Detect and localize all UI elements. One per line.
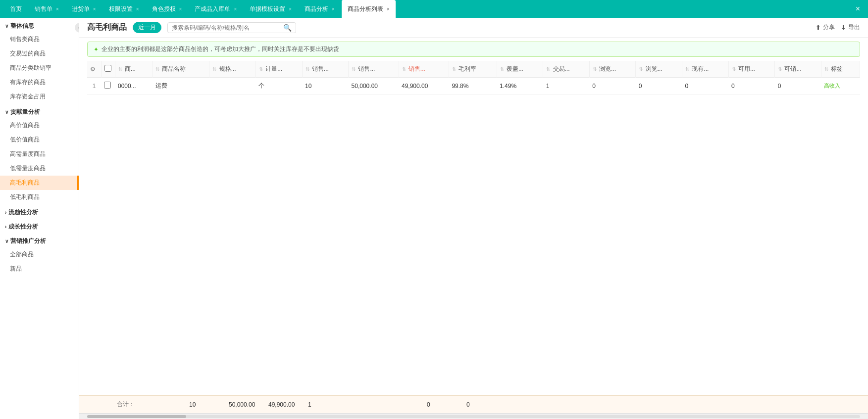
sidebar-item-traded-goods[interactable]: 交易过的商品 [0,47,79,61]
sort-saleable-icon: ⇅ [778,66,782,72]
close-sales-tab[interactable]: × [56,6,59,12]
sidebar-item-low-margin[interactable]: 低毛利商品 [0,190,79,204]
share-icon: ⬆ [816,24,821,31]
footer-label: 合计： [87,400,186,409]
sort-browseb-icon: ⇅ [639,66,643,72]
sidebar-item-high-margin[interactable]: 高毛利商品 [0,176,79,190]
sort-saleamt-icon: ⇅ [352,66,356,72]
col-coverage[interactable]: ⇅ 覆盖... [497,61,543,78]
nav-tab-purchase[interactable]: 进货单 × [66,0,102,18]
export-button[interactable]: ⬇ 导出 [841,23,860,32]
sidebar-item-low-demand[interactable]: 低需量度商品 [0,161,79,176]
sort-grossrate-icon: ⇅ [452,66,456,72]
close-all-tabs[interactable]: × [852,4,864,13]
sort-tradecount-icon: ⇅ [546,66,550,72]
sidebar-item-all-goods[interactable]: 全部商品 [0,247,79,262]
select-all-checkbox[interactable] [104,65,111,72]
sidebar-item-stocked-goods[interactable]: 有库存的商品 [0,75,79,90]
nav-tab-sales[interactable]: 销售单 × [29,0,65,18]
col-browse-a[interactable]: ⇅ 浏览... [589,61,636,78]
sort-spec-icon: ⇅ [212,66,216,72]
sidebar-item-high-value[interactable]: 高价值商品 [0,118,79,133]
close-template-tab[interactable]: × [289,6,292,12]
col-settings[interactable]: ⚙ [87,61,101,78]
col-sale-profit[interactable]: ⇅ 销售... [399,61,449,78]
col-gross-rate[interactable]: ⇅ 毛利率 [449,61,497,78]
close-analysis-tab[interactable]: × [332,6,335,12]
col-saleable[interactable]: ⇅ 可销... [775,61,821,78]
col-available[interactable]: ⇅ 可用... [728,61,775,78]
col-current[interactable]: ⇅ 现有... [682,61,728,78]
scroll-track [87,415,860,418]
nav-tab-inbound[interactable]: 产成品入库单 × [189,0,243,18]
search-box[interactable]: 🔍 [167,22,296,33]
row-spec [209,78,256,94]
row-browse-a: 0 [589,78,636,94]
sidebar-item-new-goods[interactable]: 新品 [0,262,79,276]
col-spec[interactable]: ⇅ 规格... [209,61,256,78]
row-name: 运费 [153,78,209,94]
close-inbound-tab[interactable]: × [234,6,237,12]
row-available: 0 [728,78,775,94]
row-coverage: 1.49% [497,78,543,94]
data-table: ⚙ ⇅ 商... ⇅ 商品名称 [87,61,860,94]
row-checkbox[interactable] [104,82,111,89]
main-layout: « ∨ 整体信息 销售类商品 交易过的商品 商品分类助销率 有库存的商品 库存资… [0,18,868,419]
footer-sale-qty: 10 [186,401,226,408]
col-browse-b[interactable]: ⇅ 浏览... [636,61,682,78]
scroll-thumb[interactable] [87,415,186,418]
filter-btn-month[interactable]: 近一月 [133,22,161,33]
footer-available: 0 [463,401,503,408]
close-role-tab[interactable]: × [179,6,182,12]
col-unit[interactable]: ⇅ 计量... [255,61,302,78]
col-name[interactable]: ⇅ 商品名称 [153,61,209,78]
row-sale-qty: 10 [302,78,349,94]
sort-coverage-icon: ⇅ [500,66,504,72]
header-actions: ⬆ 分享 ⬇ 导出 [816,23,860,32]
sort-name-icon: ⇅ [155,66,159,72]
search-input[interactable] [172,24,281,31]
col-sale-qty[interactable]: ⇅ 销售... [302,61,349,78]
scroll-area[interactable] [79,413,868,419]
col-sale-amt[interactable]: ⇅ 销售... [349,61,399,78]
nav-tab-permission[interactable]: 权限设置 × [103,0,145,18]
close-analysis-list-tab[interactable]: × [387,6,390,12]
sidebar-item-low-value[interactable]: 低价值商品 [0,133,79,147]
sidebar-group-trend[interactable]: › 流趋性分析 [0,204,79,219]
row-checkbox-cell[interactable] [101,78,115,94]
sort-tag-icon: ⇅ [824,66,828,72]
table-container[interactable]: ⚙ ⇅ 商... ⇅ 商品名称 [79,61,868,395]
row-code: 0000... [115,78,153,94]
row-sale-amt: 50,000.00 [349,78,399,94]
sidebar-group-contribution[interactable]: ∨ 贡献量分析 [0,104,79,118]
sort-saleqty-icon: ⇅ [306,66,309,72]
col-code[interactable]: ⇅ 商... [115,61,153,78]
search-icon[interactable]: 🔍 [283,24,292,32]
row-trade-count: 1 [543,78,590,94]
share-button[interactable]: ⬆ 分享 [816,23,835,32]
sort-unit-icon: ⇅ [259,66,263,72]
sidebar-group-marketing[interactable]: ∨ 营销推广分析 [0,233,79,247]
sidebar-item-stock-capital[interactable]: 库存资金占用 [0,90,79,104]
sidebar-group-growth[interactable]: › 成长性分析 [0,219,79,233]
col-tag[interactable]: ⇅ 标签 [821,61,860,78]
sidebar-item-category-rate[interactable]: 商品分类助销率 [0,61,79,75]
nav-tab-analysis-list[interactable]: 商品分析列表 × [342,0,396,18]
nav-tab-template[interactable]: 单据模板设置 × [244,0,298,18]
sidebar-group-overall[interactable]: ∨ 整体信息 [0,18,79,32]
nav-tab-role[interactable]: 角色授权 × [146,0,188,18]
close-purchase-tab[interactable]: × [93,6,96,12]
nav-tab-analysis[interactable]: 商品分析 × [299,0,341,18]
chevron-right-icon: › [5,210,6,215]
row-gross-rate: 99.8% [449,78,497,94]
sort-code-icon: ⇅ [118,66,122,72]
settings-icon[interactable]: ⚙ [90,66,96,73]
sidebar-item-sales-goods[interactable]: 销售类商品 [0,32,79,47]
row-tag: 高收入 [821,78,860,94]
col-checkbox[interactable] [101,61,115,78]
col-trade-count[interactable]: ⇅ 交易... [543,61,590,78]
nav-tab-home[interactable]: 首页 [4,0,28,18]
sidebar-item-high-demand[interactable]: 高需量度商品 [0,147,79,161]
chevron-down-icon-3: ∨ [5,238,8,244]
close-permission-tab[interactable]: × [136,6,139,12]
